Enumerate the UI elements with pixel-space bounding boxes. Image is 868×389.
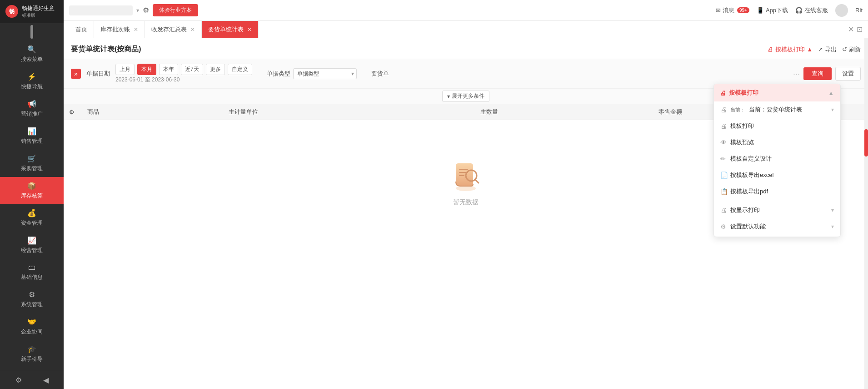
sidebar-item-finance[interactable]: 💰 资金管理 [0,204,64,232]
logo-icon: 畅 [5,5,18,18]
marketing-icon: 📢 [27,100,36,108]
app-version: 标准版 [22,12,55,19]
sidebar-item-marketing[interactable]: 📢 营销推广 [0,95,64,122]
sidebar-nav: 🔍 搜索菜单 ⚡ 快捷导航 📢 营销推广 📊 销售管理 🛒 采购管理 📦 库存核… [0,40,64,371]
filter-expand-btn[interactable]: » [71,69,81,79]
tab-close-icon[interactable]: ✕ [190,26,195,33]
search-input[interactable] [69,5,133,15]
tab-stock-summary[interactable]: 收发存汇总表 ✕ [145,21,202,38]
online-service-item[interactable]: 🎧 在线客服 [795,6,828,15]
date-custom[interactable]: 自定义 [228,64,252,75]
template-print-item-label: 模板打印 [730,122,754,130]
tabbar: 首页 库存批次账 ✕ 收发存汇总表 ✕ 要货单统计表 ✕ ✕ ⊡ [64,21,868,38]
display-print-icon: 🖨 [720,207,727,214]
user-avatar-item[interactable] [835,4,848,17]
date-cur-month[interactable]: 本月 [137,64,156,75]
template-print-button[interactable]: 🖨 按模板打印 ▲ [768,45,813,54]
export-button[interactable]: ↗ 导出 [818,45,837,54]
tab-close-icon[interactable]: ✕ [134,26,138,33]
message-item[interactable]: ✉ 消息 99+ [716,6,749,15]
template-print-label: 按模板打印 [775,45,805,54]
sidebar-item-newguide[interactable]: 🎓 新手引导 [0,340,64,368]
settings-icon[interactable]: ⚙ [143,6,149,15]
quicknav-icon: ⚡ [27,72,36,81]
basicinfo-icon: 🗃 [28,263,35,272]
sidebar-item-quicknav[interactable]: ⚡ 快捷导航 [0,68,64,95]
date-filter-wrap: 上月 本月 本年 近7天 更多 自定义 2023-06-01 至 2023-06… [115,64,252,84]
sidebar-item-search[interactable]: 🔍 搜索菜单 [0,40,64,68]
refresh-icon: ↺ [842,46,847,53]
expand-more-btn[interactable]: ▾ 展开更多条件 [442,91,489,102]
template-print-item[interactable]: 🖨 模板打印 [714,118,840,134]
date-more[interactable]: 更多 [206,64,225,75]
industry-btn[interactable]: 体验行业方案 [153,4,198,16]
current-badge: 当前： [730,106,745,113]
col-quantity: 主数量 [475,104,653,120]
date-prev-month[interactable]: 上月 [115,64,135,75]
scrollbar-thumb[interactable] [864,129,868,157]
query-button[interactable]: 查询 [803,67,832,80]
export-label: 导出 [825,45,837,54]
sidebar-item-corp[interactable]: 🤝 企业协同 [0,313,64,340]
window-close-icon[interactable]: ✕ [848,25,854,34]
order-filter-group: 要货单 [371,70,389,78]
sidebar-item-label: 采购管理 [21,165,43,172]
settings-button[interactable]: 设置 [835,67,861,81]
chevron-up-icon: ▲ [807,46,813,53]
tab-inventory-batch[interactable]: 库存批次账 ✕ [94,21,145,38]
dropdown-arrow-icon[interactable]: ▾ [136,7,139,14]
type-select[interactable]: 单据类型 要货单 [293,68,357,79]
more-options-icon[interactable]: ··· [793,69,800,79]
sidebar-item-inventory[interactable]: 📦 库存核算 [0,177,64,204]
sidebar-item-label: 企业协同 [21,328,43,336]
current-template-item[interactable]: 🖨 当前： 当前：要货单统计表 ▾ [714,101,840,118]
inventory-icon: 📦 [27,182,36,190]
display-print-arrow: ▾ [831,207,834,213]
print-header-icon: 🖨 [720,90,726,96]
tab-home[interactable]: 首页 [69,21,94,38]
date-cur-year[interactable]: 本年 [159,64,178,75]
expand-icon: » [74,70,78,77]
sidebar-item-appcenter[interactable]: 🖥 应用中心 [0,368,64,371]
sidebar-item-system[interactable]: ⚙ 系统管理 [0,286,64,313]
topbar: ▾ ⚙ 体验行业方案 ✉ 消息 99+ 📱 App下载 🎧 在线客服 Rit [64,0,868,21]
online-service-label: 在线客服 [804,6,828,15]
app-download-item[interactable]: 📱 App下载 [757,6,788,15]
svg-line-4 [475,179,479,183]
template-export-excel-item[interactable]: 📄 按模板导出excel [714,167,840,183]
service-icon: 🎧 [795,7,803,14]
sidebar-item-basicinfo[interactable]: 🗃 基础信息 [0,259,64,286]
template-design-item[interactable]: ✏ 模板自定义设计 [714,151,840,167]
refresh-button[interactable]: ↺ 刷新 [842,45,861,54]
display-print-item[interactable]: 🖨 按显示打印 ▾ [714,202,840,218]
right-scrollbar[interactable] [864,38,868,389]
sidebar-item-label: 库存核算 [21,192,43,200]
template-design-label: 模板自定义设计 [730,155,772,163]
current-arrow-icon: ▾ [831,106,834,113]
table-settings-icon[interactable]: ⚙ [69,109,75,116]
corp-icon: 🤝 [27,318,36,326]
window-expand-icon[interactable]: ⊡ [857,25,863,34]
avatar [835,4,848,17]
sidebar-item-purchase[interactable]: 🛒 采购管理 [0,150,64,177]
dropdown-close-icon[interactable]: ▲ [828,90,834,96]
expand-more-label: 展开更多条件 [452,92,484,100]
sidebar-item-label: 基础信息 [21,273,43,281]
refresh-label: 刷新 [849,45,861,54]
excel-export-icon: 📄 [720,172,728,179]
sidebar-item-operation[interactable]: 📈 经营管理 [0,232,64,259]
tab-order-stats[interactable]: 要货单统计表 ✕ [202,21,259,38]
template-export-pdf-item[interactable]: 📋 按模板导出pdf [714,183,840,200]
default-setting-icon: ⚙ [720,223,726,230]
template-preview-label: 模板预览 [730,138,754,147]
page-actions: 🖨 按模板打印 ▲ ↗ 导出 ↺ 刷新 [768,45,861,54]
default-setting-item[interactable]: ⚙ 设置默认功能 ▾ [714,218,840,235]
sidebar-item-sales[interactable]: 📊 销售管理 [0,122,64,150]
template-print-item-icon: 🖨 [720,122,727,130]
date-buttons: 上月 本月 本年 近7天 更多 自定义 [115,64,252,75]
settings-bottom-icon[interactable]: ⚙ [15,376,22,384]
collapse-icon[interactable]: ◀ [43,376,49,384]
template-preview-item[interactable]: 👁 模板预览 [714,134,840,151]
tab-close-icon[interactable]: ✕ [247,26,252,33]
date-7days[interactable]: 近7天 [181,64,203,75]
